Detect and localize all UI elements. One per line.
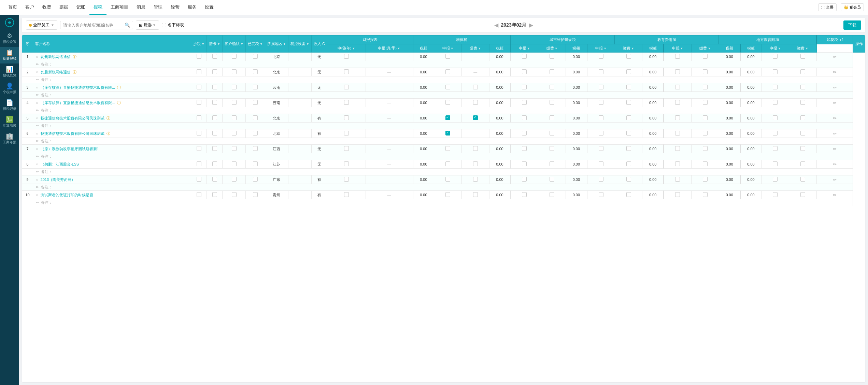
- checkbox-cell[interactable]: [773, 161, 778, 166]
- cell-qingka[interactable]: [207, 129, 223, 138]
- checkbox-cell[interactable]: [197, 54, 201, 59]
- cell-vat-report[interactable]: [434, 114, 462, 123]
- checkbox-cell[interactable]: [344, 146, 349, 151]
- cell-local-fee[interactable]: [692, 53, 719, 61]
- checkbox-cell[interactable]: [599, 146, 603, 151]
- cell-qingka[interactable]: [207, 99, 223, 107]
- cell-edu-report[interactable]: [587, 160, 615, 169]
- edit-icon[interactable]: ✏: [833, 100, 837, 105]
- cell-local-report[interactable]: [664, 145, 691, 153]
- checkbox-cell[interactable]: [253, 177, 258, 182]
- edit-icon[interactable]: ✏: [833, 131, 837, 136]
- checkbox-cell[interactable]: [550, 85, 554, 89]
- checkbox-cell[interactable]: [253, 69, 258, 74]
- sidebar-item-tax-record[interactable]: 📄 报税记录: [0, 97, 19, 114]
- checkbox-cell[interactable]: [703, 85, 708, 89]
- cell-city-fee[interactable]: [538, 83, 566, 92]
- checkbox-cell[interactable]: [599, 69, 603, 74]
- cell-stamp-report[interactable]: [762, 83, 789, 92]
- checkbox-cell[interactable]: [675, 131, 680, 136]
- note-pencil-icon[interactable]: ✏: [36, 108, 39, 112]
- cell-paid[interactable]: [246, 114, 265, 123]
- cell-edu-fee[interactable]: [615, 83, 642, 92]
- cell-city-fee[interactable]: [538, 145, 566, 153]
- cell-action[interactable]: ✏: [816, 175, 853, 184]
- cell-city-fee[interactable]: [538, 129, 566, 138]
- checkbox-cell[interactable]: [773, 85, 778, 89]
- checkbox-cell[interactable]: [550, 146, 554, 151]
- cell-chaoshui[interactable]: [191, 191, 207, 199]
- note-pencil-icon[interactable]: ✏: [36, 62, 39, 66]
- cell-action[interactable]: ✏: [816, 99, 853, 107]
- local-fee-filter[interactable]: ▼: [708, 47, 711, 50]
- cell-city-fee[interactable]: [538, 114, 566, 123]
- cell-vat-report[interactable]: [434, 145, 462, 153]
- cell-paid[interactable]: [246, 68, 265, 76]
- cell-edu-fee[interactable]: [615, 175, 642, 184]
- cell-edu-fee[interactable]: [615, 53, 642, 61]
- fin-month-filter[interactable]: ▼: [397, 47, 400, 50]
- cell-local-report[interactable]: [664, 114, 691, 123]
- cell-city-report[interactable]: [510, 68, 538, 76]
- checkbox-cell[interactable]: [703, 161, 708, 166]
- edu-report-filter[interactable]: ▼: [603, 47, 607, 50]
- cell-local-report[interactable]: [664, 191, 691, 199]
- cell-stamp-fee[interactable]: [789, 99, 816, 107]
- checkbox-cell[interactable]: [800, 177, 805, 182]
- checkbox-cell[interactable]: [253, 192, 258, 197]
- cell-paid[interactable]: [246, 145, 265, 153]
- cell-city-report[interactable]: [510, 129, 538, 138]
- cell-city-report[interactable]: [510, 53, 538, 61]
- client-name-text[interactable]: 勿删新锐网络通信: [41, 55, 71, 59]
- client-name-text[interactable]: （勿删）江西股金-LSS: [41, 162, 79, 166]
- checkbox-cell[interactable]: [197, 100, 201, 105]
- cell-stamp-report[interactable]: [762, 160, 789, 169]
- client-name-text[interactable]: 测试斯者的凭证打印的时候是否: [41, 193, 93, 197]
- checkbox-cell[interactable]: [473, 100, 478, 105]
- checkbox-cell[interactable]: [773, 54, 778, 59]
- cell-local-report[interactable]: [664, 68, 691, 76]
- cell-qingka[interactable]: [207, 145, 223, 153]
- note-pencil-icon[interactable]: ✏: [36, 170, 39, 174]
- checkbox-cell[interactable]: [232, 115, 237, 120]
- cell-chaoshui[interactable]: [191, 99, 207, 107]
- cell-vat-report[interactable]: [434, 129, 462, 138]
- cell-edu-fee[interactable]: [615, 145, 642, 153]
- checkbox-cell[interactable]: [344, 85, 349, 89]
- checkbox-cell[interactable]: [522, 161, 527, 166]
- checkbox-cell[interactable]: [473, 85, 478, 89]
- checkbox-cell[interactable]: [800, 100, 805, 105]
- checkbox-cell[interactable]: [253, 85, 258, 89]
- cell-finance-year[interactable]: [327, 53, 366, 61]
- nav-operation[interactable]: 经营: [167, 0, 184, 15]
- checkbox-cell[interactable]: [445, 177, 450, 182]
- cell-confirm[interactable]: [223, 160, 246, 169]
- cell-action[interactable]: ✏: [816, 114, 853, 123]
- cell-stamp-report[interactable]: [762, 145, 789, 153]
- download-button[interactable]: 下载: [843, 20, 861, 30]
- checkbox-cell[interactable]: [626, 192, 631, 197]
- sidebar-item-personal-tax[interactable]: 👤 个税申报: [0, 80, 19, 97]
- cell-local-fee[interactable]: [692, 129, 719, 138]
- checkbox-cell[interactable]: [599, 85, 603, 89]
- checkbox-cell[interactable]: [344, 131, 349, 136]
- paid-filter-icon[interactable]: ▼: [260, 42, 263, 46]
- cell-city-fee[interactable]: [538, 53, 566, 61]
- checkbox-cell[interactable]: [522, 54, 527, 59]
- region-filter-icon[interactable]: ▼: [283, 42, 286, 46]
- edit-icon[interactable]: ✏: [833, 85, 837, 90]
- checkbox-cell[interactable]: [344, 161, 349, 166]
- cell-confirm[interactable]: [223, 191, 246, 199]
- cell-finance-year[interactable]: [327, 114, 366, 123]
- cell-local-fee[interactable]: [692, 145, 719, 153]
- edit-icon[interactable]: ✏: [833, 192, 837, 198]
- checkbox-cell-checked[interactable]: [445, 131, 450, 136]
- cell-local-fee[interactable]: [692, 99, 719, 107]
- checkbox-cell[interactable]: [703, 146, 708, 151]
- checkbox-cell[interactable]: [800, 146, 805, 151]
- checkbox-cell[interactable]: [212, 69, 217, 74]
- cell-local-report[interactable]: [664, 53, 691, 61]
- checkbox-cell[interactable]: [253, 54, 258, 59]
- cell-qingka[interactable]: [207, 83, 223, 92]
- checkbox-cell[interactable]: [703, 131, 708, 136]
